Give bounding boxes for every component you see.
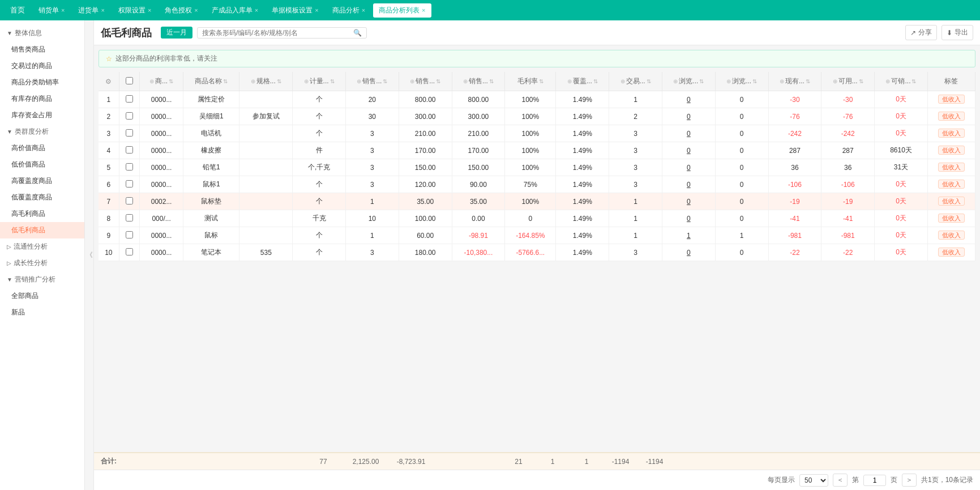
row-browse1[interactable]: 0 (662, 193, 715, 210)
col-checkbox[interactable] (119, 72, 139, 91)
table-row[interactable]: 4 0000... 橡皮擦 件 3 170.00 170.00 100% 1.4… (99, 142, 975, 159)
sidebar-item-traded-goods[interactable]: 交易过的商品 (0, 58, 84, 74)
col-trade[interactable]: ⊕交易...⇅ (609, 72, 662, 91)
col-code[interactable]: ⊕商...⇅ (140, 72, 183, 91)
row-checkbox[interactable] (119, 108, 139, 125)
row-checkbox[interactable] (119, 227, 139, 244)
table-row[interactable]: 8 000/... 测试 千克 10 100.00 0.00 0 1.49% 1… (99, 210, 975, 227)
table-row[interactable]: 9 0000... 鼠标 个 1 60.00 -98.91 -164.85% 1… (99, 227, 975, 244)
share-btn[interactable]: ↗ 分享 (905, 25, 937, 40)
row-checkbox[interactable] (119, 91, 139, 108)
col-gross[interactable]: 毛利率⇅ (505, 72, 556, 91)
row-browse1[interactable]: 0 (662, 91, 715, 108)
export-btn[interactable]: ⬇ 导出 (942, 25, 973, 40)
row-saleable: 0天 (875, 108, 928, 125)
sidebar-group-circulation[interactable]: ▷ 流通性分析 (0, 238, 84, 255)
col-available[interactable]: ⊕可用...⇅ (821, 72, 875, 91)
next-page-btn[interactable]: ＞ (902, 474, 917, 487)
table-row[interactable]: 10 0000... 笔记本 535 个 3 180.00 -10,380...… (99, 244, 975, 261)
sidebar-collapse-btn[interactable]: 《 (85, 20, 94, 490)
page-number-input[interactable] (863, 475, 886, 486)
nav-goods-analysis-list[interactable]: 商品分析列表× (373, 3, 431, 18)
row-browse1[interactable]: 0 (662, 142, 715, 159)
sidebar-item-new-goods[interactable]: 新品 (0, 304, 84, 321)
search-icon[interactable]: 🔍 (353, 29, 362, 37)
sidebar-item-low-coverage[interactable]: 低覆盖度商品 (0, 189, 84, 206)
select-all-checkbox[interactable] (126, 77, 133, 84)
col-saleable[interactable]: ⊕可销...⇅ (875, 72, 928, 91)
sidebar-item-high-value[interactable]: 高价值商品 (0, 140, 84, 156)
col-browse2[interactable]: ⊕浏览...⇅ (715, 72, 768, 91)
sidebar-item-category-sales[interactable]: 商品分类助销率 (0, 74, 84, 91)
row-select-checkbox[interactable] (126, 180, 133, 188)
sidebar-item-low-margin[interactable]: 低毛利商品 (0, 222, 84, 238)
row-select-checkbox[interactable] (126, 231, 133, 238)
col-sale1[interactable]: ⊕销售...⇅ (345, 72, 399, 91)
nav-template-setting[interactable]: 单据模板设置× (266, 3, 324, 18)
sidebar-item-sales-goods[interactable]: 销售类商品 (0, 41, 84, 58)
col-settings[interactable]: ⚙ (99, 72, 119, 91)
sidebar-group-marketing[interactable]: ▼ 营销推广分析 (0, 271, 84, 288)
sidebar-item-stock-capital[interactable]: 库存资金占用 (0, 107, 84, 123)
nav-home[interactable]: 首页 (5, 3, 31, 18)
row-select-checkbox[interactable] (126, 146, 133, 154)
row-checkbox[interactable] (119, 176, 139, 193)
nav-product-instock[interactable]: 产成品入库单× (206, 3, 264, 18)
sidebar-group-growth[interactable]: ▷ 成长性分析 (0, 255, 84, 271)
sidebar-group-cluster[interactable]: ▼ 类群度分析 (0, 123, 84, 140)
nav-permission[interactable]: 权限设置× (113, 3, 157, 18)
row-select-checkbox[interactable] (126, 112, 133, 120)
nav-role-auth[interactable]: 角色授权× (159, 3, 203, 18)
row-checkbox[interactable] (119, 193, 139, 210)
prev-page-btn[interactable]: ＜ (833, 474, 848, 487)
sidebar-item-high-coverage[interactable]: 高覆盖度商品 (0, 173, 84, 189)
row-select-checkbox[interactable] (126, 129, 133, 137)
row-select-checkbox[interactable] (126, 197, 133, 204)
col-tag[interactable]: 标签 (927, 72, 975, 91)
search-input[interactable] (202, 29, 353, 37)
col-sale3[interactable]: ⊕销售...⇅ (452, 72, 505, 91)
nav-goods-analysis[interactable]: 商品分析× (327, 3, 371, 18)
col-browse1[interactable]: ⊕浏览...⇅ (662, 72, 715, 91)
sidebar-item-in-stock[interactable]: 有库存的商品 (0, 91, 84, 107)
row-browse1[interactable]: 0 (662, 108, 715, 125)
row-select-checkbox[interactable] (126, 248, 133, 255)
row-browse2: 0 (715, 91, 768, 108)
col-spec[interactable]: ⊕规格...⇅ (239, 72, 293, 91)
row-checkbox[interactable] (119, 244, 139, 261)
col-coverage[interactable]: ⊕覆盖...⇅ (556, 72, 609, 91)
time-filter-btn[interactable]: 近一月 (161, 27, 192, 39)
row-select-checkbox[interactable] (126, 95, 133, 103)
row-select-checkbox[interactable] (126, 214, 133, 221)
row-select-checkbox[interactable] (126, 163, 133, 171)
col-name[interactable]: 商品名称⇅ (183, 72, 239, 91)
row-browse1[interactable]: 0 (662, 159, 715, 176)
table-row[interactable]: 3 0000... 电话机 个 3 210.00 210.00 100% 1.4… (99, 125, 975, 142)
nav-sale-order[interactable]: 销货单× (33, 3, 70, 18)
row-current: -242 (768, 125, 821, 142)
row-checkbox[interactable] (119, 210, 139, 227)
row-browse1[interactable]: 0 (662, 176, 715, 193)
row-browse1[interactable]: 0 (662, 244, 715, 261)
table-row[interactable]: 6 0000... 鼠标1 个 3 120.00 90.00 75% 1.49%… (99, 176, 975, 193)
table-row[interactable]: 2 0000... 吴细细1 参加复试 个 30 300.00 300.00 1… (99, 108, 975, 125)
row-checkbox[interactable] (119, 125, 139, 142)
row-sale3: -98.91 (452, 227, 505, 244)
row-checkbox[interactable] (119, 142, 139, 159)
row-browse1[interactable]: 0 (662, 125, 715, 142)
sidebar-group-overall[interactable]: ▼ 整体信息 (0, 25, 84, 41)
row-browse1[interactable]: 0 (662, 210, 715, 227)
row-browse1[interactable]: 1 (662, 227, 715, 244)
table-row[interactable]: 5 0000... 铅笔1 个,千克 3 150.00 150.00 100% … (99, 159, 975, 176)
sidebar-item-high-margin[interactable]: 高毛利商品 (0, 206, 84, 222)
nav-purchase-order[interactable]: 进货单× (72, 3, 110, 18)
sidebar-item-all-goods[interactable]: 全部商品 (0, 288, 84, 304)
sidebar-item-low-value[interactable]: 低价值商品 (0, 156, 84, 173)
table-row[interactable]: 1 0000... 属性定价 个 20 800.00 800.00 100% 1… (99, 91, 975, 108)
row-checkbox[interactable] (119, 159, 139, 176)
table-row[interactable]: 7 0002... 鼠标垫 个 1 35.00 35.00 100% 1.49%… (99, 193, 975, 210)
col-unit[interactable]: ⊕计量...⇅ (293, 72, 346, 91)
col-sale2[interactable]: ⊕销售...⇅ (399, 72, 452, 91)
col-current[interactable]: ⊕现有...⇅ (768, 72, 821, 91)
page-size-select[interactable]: 50 20 100 (799, 474, 828, 487)
